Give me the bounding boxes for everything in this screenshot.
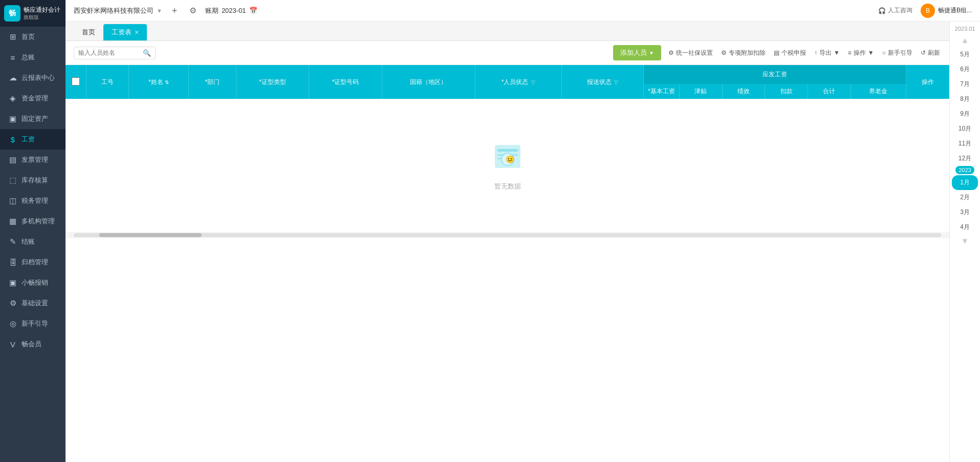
th-name: *姓名 ⇅ — [129, 65, 188, 99]
export-arrow-icon: ▼ — [834, 49, 840, 56]
sidebar-item-invoice[interactable]: ▤ 发票管理 — [0, 150, 66, 170]
sidebar-item-label: 结账 — [21, 237, 35, 246]
th-pension: 养老金 — [851, 84, 906, 99]
toolbar-right: 添加人员 ▼ ⚙ 统一社保设置 ⚙ 专项附加扣除 ▤ 个税申报 — [613, 45, 941, 60]
empty-illustration: 😐 — [487, 140, 528, 176]
username: 畅捷通B组... — [938, 6, 972, 15]
empty-text: 暂无数据 — [494, 182, 521, 191]
calendar-month-9[interactable]: 9月 — [950, 107, 980, 121]
scroll-thumb[interactable] — [99, 233, 202, 237]
logo-icon: 畅 — [4, 5, 20, 22]
scroll-track[interactable] — [74, 233, 941, 237]
support-button[interactable]: 🎧 人工咨询 — [878, 6, 912, 15]
period-value: 2023-01 — [222, 7, 246, 14]
calendar-icon[interactable]: 📅 — [249, 7, 257, 14]
select-all-header[interactable] — [66, 65, 86, 99]
fund-icon: ◈ — [8, 94, 17, 103]
add-person-button[interactable]: 添加人员 ▼ — [613, 45, 661, 60]
sidebar-item-fixed-assets[interactable]: ▣ 固定资产 — [0, 109, 66, 129]
calendar-month-10[interactable]: 10月 — [950, 121, 980, 136]
calendar-month-12[interactable]: 12月 — [950, 151, 980, 166]
sidebar-item-home[interactable]: ⊞ 首页 — [0, 27, 66, 47]
sidebar-item-ledger[interactable]: ≡ 总账 — [0, 47, 66, 68]
social-security-action[interactable]: ⚙ 统一社保设置 — [667, 47, 714, 59]
multi-org-icon: ▦ — [8, 217, 17, 226]
sidebar-item-multi-org[interactable]: ▦ 多机构管理 — [0, 211, 66, 232]
sidebar-item-inventory[interactable]: ⬚ 库存核算 — [0, 170, 66, 191]
operations-action[interactable]: ≡ 操作 ▼ — [847, 47, 875, 59]
guide-icon: ◎ — [8, 319, 17, 328]
tab-salary[interactable]: 工资表 × — [103, 24, 147, 40]
th-total: 合计 — [808, 84, 851, 99]
calendar-month-2[interactable]: 2月 — [950, 190, 980, 205]
special-deduction-action[interactable]: ⚙ 专项附加扣除 — [720, 47, 767, 59]
company-name: 西安虾米网络科技有限公司 — [74, 6, 154, 15]
calendar-month-3[interactable]: 3月 — [950, 205, 980, 220]
operations-icon: ≡ — [848, 49, 852, 56]
th-base-salary: *基本工资 — [644, 84, 680, 99]
sidebar-item-archive[interactable]: 🗄 归档管理 — [0, 252, 66, 272]
sidebar-item-fund[interactable]: ◈ 资金管理 — [0, 88, 66, 109]
calendar-month-4[interactable]: 4月 — [950, 220, 980, 235]
support-label: 人工咨询 — [888, 6, 912, 15]
empty-state: 😐 暂无数据 — [66, 99, 949, 232]
company-selector[interactable]: 西安虾米网络科技有限公司 ▼ — [74, 6, 162, 15]
calendar-month-6[interactable]: 6月 — [950, 62, 980, 77]
th-salary-group: 应发工资 — [644, 65, 906, 84]
svg-text:😐: 😐 — [506, 155, 515, 164]
home-icon: ⊞ — [8, 32, 17, 41]
ledger-icon: ≡ — [8, 53, 17, 62]
personal-tax-action[interactable]: ▤ 个税申报 — [773, 47, 807, 59]
select-all-checkbox[interactable] — [72, 77, 80, 86]
top-header: 西安虾米网络科技有限公司 ▼ + ⚙ 账期 2023-01 📅 🎧 人工咨询 B… — [66, 0, 980, 22]
period-label: 账期 — [205, 6, 219, 15]
tab-home[interactable]: 首页 — [74, 24, 103, 40]
tabs-bar: 首页 工资表 × — [66, 22, 949, 41]
sidebar-item-guide[interactable]: ◎ 新手引导 — [0, 313, 66, 334]
calendar-month-8[interactable]: 8月 — [950, 92, 980, 107]
calendar-panel: 2023.01 ▲ 5月 6月 7月 8月 9月 10月 11月 12月 202… — [949, 22, 980, 462]
settlement-icon: ✎ — [8, 237, 17, 246]
calendar-month-5[interactable]: 5月 — [950, 47, 980, 62]
sidebar-nav: ⊞ 首页 ≡ 总账 ☁ 云报表中心 ◈ 资金管理 ▣ 固定资产 $ 工资 ▤ 发… — [0, 27, 66, 462]
user-info[interactable]: B 畅捷通B组... — [921, 4, 972, 18]
add-company-button[interactable]: + — [168, 5, 181, 17]
assets-icon: ▣ — [8, 114, 17, 123]
company-settings-button[interactable]: ⚙ — [187, 5, 199, 17]
sidebar-item-tax[interactable]: ◫ 税务管理 — [0, 191, 66, 211]
sidebar-item-salary[interactable]: $ 工资 — [0, 129, 66, 150]
calendar-month-1[interactable]: 1月 — [952, 175, 978, 190]
sidebar-item-expense[interactable]: ▣ 小畅报销 — [0, 272, 66, 293]
sidebar-item-label: 云报表中心 — [21, 73, 55, 82]
scroll-bar — [66, 232, 949, 238]
table-wrap: 工号 *姓名 ⇅ *部门 *证型类型 *证型号码 国籍（地区） *人员状态 — [66, 65, 949, 462]
sidebar-item-settlement[interactable]: ✎ 结账 — [0, 232, 66, 252]
operations-arrow-icon: ▼ — [868, 49, 874, 56]
name-sort-icon: ⇅ — [165, 79, 169, 85]
tab-close-icon[interactable]: × — [135, 28, 139, 36]
app-logo: 畅 畅应通好会计 旗舰版 — [0, 0, 66, 27]
search-input[interactable] — [78, 49, 140, 56]
calendar-up-arrow[interactable]: ▲ — [959, 34, 971, 47]
sidebar-item-label: 工资 — [21, 135, 35, 144]
content-area: 首页 工资表 × 🔍 添加人员 ▼ — [66, 22, 980, 462]
toolbar: 🔍 添加人员 ▼ ⚙ 统一社保设置 ⚙ 专项附加扣除 — [66, 41, 949, 65]
calendar-month-7[interactable]: 7月 — [950, 77, 980, 92]
refresh-action[interactable]: ↺ 刷新 — [920, 47, 941, 59]
calendar-month-11[interactable]: 11月 — [950, 136, 980, 151]
export-action[interactable]: ↑ 导出 ▼ — [813, 47, 841, 59]
calendar-down-arrow[interactable]: ▼ — [959, 235, 971, 248]
svg-rect-1 — [497, 149, 518, 152]
special-deduction-icon: ⚙ — [721, 49, 727, 56]
sidebar-item-cloud-report[interactable]: ☁ 云报表中心 — [0, 68, 66, 88]
sidebar-item-vip[interactable]: V 畅会员 — [0, 334, 66, 354]
guide-action[interactable]: ○ 新手引导 — [881, 47, 913, 59]
sidebar-item-label: 发票管理 — [21, 155, 48, 164]
th-id-number: *证型号码 — [309, 65, 382, 99]
archive-icon: 🗄 — [8, 258, 17, 267]
main-wrap: 西安虾米网络科技有限公司 ▼ + ⚙ 账期 2023-01 📅 🎧 人工咨询 B… — [66, 0, 980, 462]
sidebar-item-basic-settings[interactable]: ⚙ 基础设置 — [0, 293, 66, 313]
th-dept: *部门 — [188, 65, 236, 99]
status-filter-icon[interactable]: ▽ — [531, 79, 535, 85]
report-filter-icon[interactable]: ▽ — [614, 79, 618, 85]
